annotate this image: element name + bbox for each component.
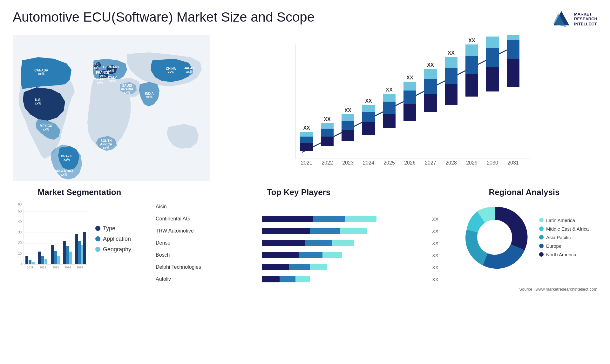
svg-rect-136 [340,228,367,234]
player-value: XX [432,277,442,282]
svg-rect-72 [424,69,437,79]
svg-rect-86 [486,48,499,67]
reg-dot-latin [539,218,544,222]
players-list: Aisin Continental AG XX TR [156,202,442,284]
svg-text:GERMANY: GERMANY [103,65,119,69]
reg-dot-na [539,252,544,257]
svg-rect-124 [69,252,72,264]
player-name: Aisin [156,204,219,210]
svg-text:2028: 2028 [445,160,457,165]
legend-geography-label: Geography [103,246,131,253]
logo: MARKET RESEARCH INTELLECT [552,10,597,29]
reg-dot-asia [539,235,544,239]
svg-text:INDIA: INDIA [145,92,153,95]
svg-text:xx%: xx% [35,102,41,105]
svg-rect-41 [300,137,313,143]
player-bar-container [222,202,429,211]
svg-rect-115 [41,256,44,264]
svg-text:2024: 2024 [64,266,71,269]
svg-rect-144 [289,264,310,270]
svg-text:BRAZIL: BRAZIL [61,154,73,158]
player-bar-svg [222,263,429,272]
svg-rect-119 [54,251,57,264]
svg-rect-132 [313,216,345,222]
regional-section: Regional Analysis Lat [451,187,597,284]
svg-rect-122 [63,241,66,264]
list-item: Autoliv XX [156,275,442,284]
reg-label-latin: Latin America [546,218,575,223]
svg-text:XX: XX [406,75,413,80]
reg-legend-latin-america: Latin America [539,218,589,223]
svg-text:xx%: xx% [43,128,49,131]
svg-text:xx%: xx% [108,69,114,72]
player-value: XX [432,253,442,258]
svg-rect-123 [66,246,69,264]
reg-legend-asia: Asia Pacific [539,235,589,240]
svg-text:2027: 2027 [425,160,436,165]
list-item: Delphi Technologies XX [156,263,442,272]
reg-label-asia: Asia Pacific [546,235,571,240]
player-bar-container [222,251,429,260]
svg-text:xx%: xx% [64,158,70,161]
svg-rect-40 [300,143,313,151]
svg-text:xx%: xx% [93,66,100,70]
logo-text: MARKET RESEARCH INTELLECT [574,12,597,27]
legend-application: Application [95,236,131,242]
svg-rect-135 [310,228,340,234]
logo-icon [552,10,571,29]
svg-rect-47 [321,123,334,129]
svg-rect-62 [383,94,396,102]
svg-rect-92 [507,40,519,59]
map-section: CANADA xx% U.S. xx% MEXICO xx% BRAZIL xx… [13,35,210,181]
reg-dot-europe [539,244,544,248]
svg-rect-50 [342,130,354,141]
main-content: CANADA xx% U.S. xx% MEXICO xx% BRAZIL xx… [0,35,610,181]
svg-text:ARABIA: ARABIA [121,87,133,91]
player-bar-svg [222,214,429,223]
list-item: Denso XX [156,239,442,247]
svg-rect-143 [262,264,289,270]
player-bar-container [222,214,429,223]
svg-rect-114 [38,252,41,264]
player-name: Bosch [156,252,219,258]
svg-rect-138 [305,240,332,246]
svg-text:2021: 2021 [301,160,312,165]
regional-legend: Latin America Middle East & Africa Asia … [539,218,589,257]
svg-text:2025: 2025 [383,160,395,165]
regional-chart-wrapper: Latin America Middle East & Africa Asia … [451,202,597,272]
reg-legend-europe: Europe [539,243,589,249]
svg-rect-147 [280,276,295,282]
svg-text:2026: 2026 [404,160,416,165]
svg-text:2023: 2023 [342,160,354,165]
segmentation-section: Market Segmentation 0 10 20 30 40 50 [13,187,146,284]
svg-rect-70 [424,94,437,112]
svg-text:2021: 2021 [27,266,33,269]
svg-text:XX: XX [448,50,455,56]
svg-text:ITALY: ITALY [108,76,117,79]
svg-rect-126 [75,234,78,264]
svg-text:xx%: xx% [97,81,103,84]
svg-text:XX: XX [386,87,393,92]
svg-text:U.K.: U.K. [93,63,100,66]
svg-rect-146 [262,276,280,282]
legend-geography: Geography [95,246,131,253]
svg-rect-55 [362,122,375,135]
player-name: Continental AG [156,216,219,222]
svg-rect-133 [345,216,376,222]
svg-text:2022: 2022 [322,160,333,165]
player-value: XX [432,265,442,270]
svg-rect-57 [362,105,375,112]
svg-text:10: 10 [18,252,22,255]
player-name: TRW Automotive [156,228,219,234]
player-bar-container [222,275,429,284]
svg-rect-75 [445,84,458,105]
svg-text:xx%: xx% [61,173,67,176]
legend-application-label: Application [103,236,131,242]
list-item: Bosch XX [156,251,442,260]
bottom-content: Market Segmentation 0 10 20 30 40 50 [0,181,610,287]
svg-text:2023: 2023 [52,266,59,269]
seg-chart-svg: 0 10 20 30 40 50 60 2021 [13,202,89,275]
svg-rect-145 [310,264,327,270]
player-name: Denso [156,240,219,246]
svg-rect-87 [486,37,499,48]
